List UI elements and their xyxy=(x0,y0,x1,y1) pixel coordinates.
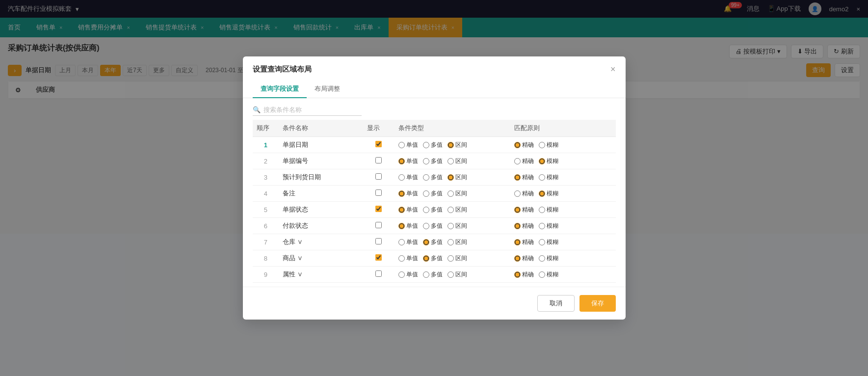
row-match: 精确模糊 xyxy=(510,202,616,218)
match-radio-exact[interactable] xyxy=(514,207,521,213)
table-row: 2单据编号单值多值区间精确模糊 xyxy=(253,153,616,169)
dialog-tabs: 查询字段设置 布局调整 xyxy=(243,81,626,98)
row-show xyxy=(363,186,395,202)
modal-overlay: 设置查询区域布局 × 查询字段设置 布局调整 🔍 顺序 xyxy=(0,0,868,234)
table-row: 3预计到货日期单值多值区间精确模糊 xyxy=(253,169,616,186)
match-radio-fuzzy[interactable] xyxy=(539,207,545,213)
show-checkbox[interactable] xyxy=(375,206,382,212)
row-seq: 4 xyxy=(253,186,279,202)
row-match: 精确模糊 xyxy=(510,137,616,153)
row-name: 单据日期 xyxy=(279,137,363,153)
row-match: 精确模糊 xyxy=(510,169,616,186)
row-type: 单值多值区间 xyxy=(395,153,510,169)
row-match: 精确模糊 xyxy=(510,153,616,169)
row-show xyxy=(363,202,395,218)
type-radio-multi[interactable] xyxy=(423,190,429,197)
dialog-header: 设置查询区域布局 × xyxy=(243,56,626,75)
type-radio-range[interactable] xyxy=(447,174,454,181)
type-radio-range[interactable] xyxy=(447,190,454,197)
row-match: 精确模糊 xyxy=(510,186,616,202)
search-icon: 🔍 xyxy=(253,106,261,113)
row-show xyxy=(363,169,395,186)
row-name: 预计到货日期 xyxy=(279,169,363,186)
row-seq: 1 xyxy=(253,137,279,153)
row-type: 单值多值区间 xyxy=(395,218,510,234)
type-radio-range[interactable] xyxy=(447,158,454,164)
row-type: 单值多值区间 xyxy=(395,169,510,186)
dialog-search-area: 🔍 xyxy=(243,98,626,116)
row-show xyxy=(363,153,395,169)
match-radio-exact[interactable] xyxy=(514,174,521,181)
table-row: 6付款状态单值多值区间精确模糊 xyxy=(253,218,616,234)
show-checkbox[interactable] xyxy=(375,189,382,196)
row-type: 单值多值区间 xyxy=(395,186,510,202)
row-show xyxy=(363,137,395,153)
match-radio-exact[interactable] xyxy=(514,190,521,197)
row-type: 单值多值区间 xyxy=(395,137,510,153)
type-radio-multi[interactable] xyxy=(423,174,429,181)
show-checkbox[interactable] xyxy=(375,141,382,147)
match-radio-fuzzy[interactable] xyxy=(539,174,545,181)
row-name: 备注 xyxy=(279,186,363,202)
type-radio-multi[interactable] xyxy=(423,142,429,148)
type-radio-single[interactable] xyxy=(398,190,405,197)
col-header-name: 条件名称 xyxy=(279,120,363,137)
type-radio-multi[interactable] xyxy=(423,207,429,213)
row-show xyxy=(363,218,395,234)
show-checkbox[interactable] xyxy=(375,173,382,180)
col-header-seq: 顺序 xyxy=(253,120,279,137)
dialog-close-icon[interactable]: × xyxy=(610,64,616,75)
row-name: 单据状态 xyxy=(279,202,363,218)
table-row: 5单据状态单值多值区间精确模糊 xyxy=(253,202,616,218)
dialog-table-wrapper: 顺序 条件名称 显示 条件类型 匹配原则 1单据日期单值多值区间精确模糊2单据编… xyxy=(243,116,626,234)
dialog-tab-query[interactable]: 查询字段设置 xyxy=(253,81,307,98)
row-type: 单值多值区间 xyxy=(395,202,510,218)
row-name: 付款状态 xyxy=(279,218,363,234)
type-radio-single[interactable] xyxy=(398,158,405,164)
row-seq: 2 xyxy=(253,153,279,169)
table-row: 1单据日期单值多值区间精确模糊 xyxy=(253,137,616,153)
type-radio-range[interactable] xyxy=(447,223,454,229)
type-radio-single[interactable] xyxy=(398,142,405,148)
type-radio-single[interactable] xyxy=(398,223,405,229)
row-seq: 3 xyxy=(253,169,279,186)
col-header-type: 条件类型 xyxy=(395,120,510,137)
search-wrapper: 🔍 xyxy=(253,104,362,116)
type-radio-single[interactable] xyxy=(398,174,405,181)
show-checkbox[interactable] xyxy=(375,222,382,228)
row-match: 精确模糊 xyxy=(510,218,616,234)
match-radio-fuzzy[interactable] xyxy=(539,223,545,229)
match-radio-exact[interactable] xyxy=(514,158,521,164)
row-seq: 5 xyxy=(253,202,279,218)
match-radio-exact[interactable] xyxy=(514,142,521,148)
table-row: 4备注单值多值区间精确模糊 xyxy=(253,186,616,202)
dialog-tab-layout[interactable]: 布局调整 xyxy=(307,81,348,98)
row-seq: 6 xyxy=(253,218,279,234)
dialog: 设置查询区域布局 × 查询字段设置 布局调整 🔍 顺序 xyxy=(243,56,626,234)
match-radio-exact[interactable] xyxy=(514,223,521,229)
type-radio-range[interactable] xyxy=(447,207,454,213)
match-radio-fuzzy[interactable] xyxy=(539,190,545,197)
type-radio-multi[interactable] xyxy=(423,223,429,229)
col-header-match: 匹配原则 xyxy=(510,120,616,137)
dialog-title: 设置查询区域布局 xyxy=(253,65,312,74)
conditions-table: 顺序 条件名称 显示 条件类型 匹配原则 1单据日期单值多值区间精确模糊2单据编… xyxy=(253,120,616,234)
type-radio-multi[interactable] xyxy=(423,158,429,164)
type-radio-range[interactable] xyxy=(447,142,454,148)
search-input[interactable] xyxy=(263,106,362,113)
type-radio-single[interactable] xyxy=(398,207,405,213)
match-radio-fuzzy[interactable] xyxy=(539,158,545,164)
row-name: 单据编号 xyxy=(279,153,363,169)
col-header-show: 显示 xyxy=(363,120,395,137)
show-checkbox[interactable] xyxy=(375,157,382,163)
match-radio-fuzzy[interactable] xyxy=(539,142,545,148)
